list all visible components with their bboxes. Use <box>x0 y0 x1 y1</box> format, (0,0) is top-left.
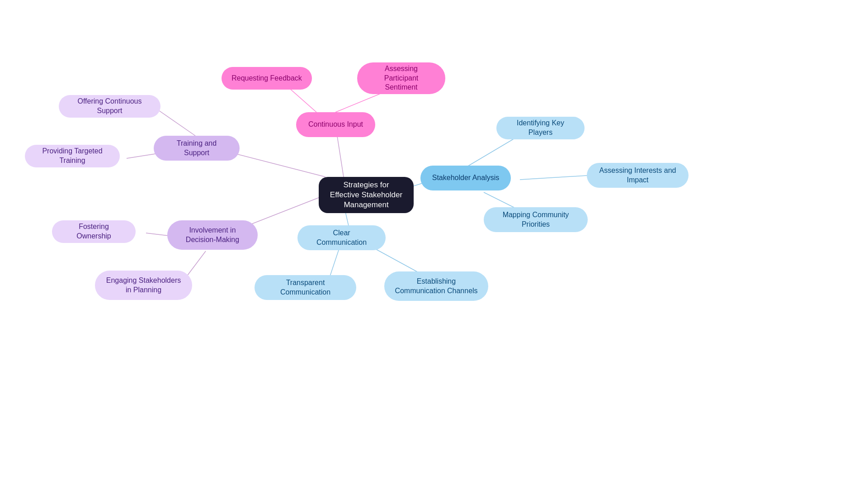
center-node: Strategies for Effective Stakeholder Man… <box>319 177 414 213</box>
training-support-node: Training and Support <box>154 136 240 161</box>
involvement-decision-node: Involvement in Decision-Making <box>167 220 258 250</box>
establishing-channels-node: Establishing Communication Channels <box>384 271 488 301</box>
clear-communication-node: Clear Communication <box>297 225 386 250</box>
transparent-communication-node: Transparent Communication <box>255 275 356 300</box>
providing-training-node: Providing Targeted Training <box>25 145 120 167</box>
stakeholder-analysis-node: Stakeholder Analysis <box>420 166 511 190</box>
mapping-community-node: Mapping Community Priorities <box>484 207 588 232</box>
svg-line-11 <box>330 249 339 276</box>
identifying-key-players-node: Identifying Key Players <box>496 117 585 139</box>
offering-support-node: Offering Continuous Support <box>59 95 160 118</box>
engaging-stakeholders-node: Engaging Stakeholders in Planning <box>95 271 192 300</box>
fostering-ownership-node: Fostering Ownership <box>52 220 136 243</box>
continuous-input-node: Continuous Input <box>296 112 375 137</box>
assessing-participant-node: Assessing Participant Sentiment <box>357 62 445 94</box>
assessing-interests-node: Assessing Interests and Impact <box>587 163 689 188</box>
requesting-feedback-node: Requesting Feedback <box>222 67 312 90</box>
